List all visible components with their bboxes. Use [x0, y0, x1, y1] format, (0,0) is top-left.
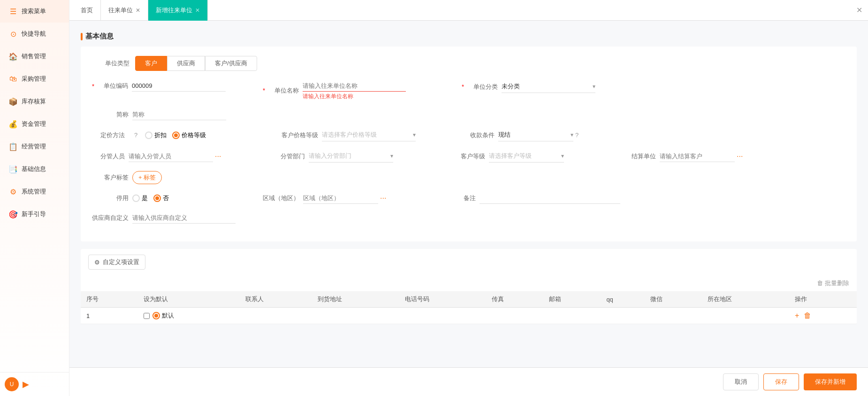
system-icon: ⚙ [8, 187, 18, 196]
settlement-more-icon[interactable]: ··· [737, 152, 743, 161]
tab-bar-close-button[interactable]: ✕ [856, 6, 862, 15]
unit-code-input[interactable] [132, 80, 226, 92]
pricing-radio-group: 折扣 价格等级 [145, 131, 206, 140]
cell-default-radio-outer [152, 312, 160, 319]
sidebar-search-label: 搜索菜单 [22, 7, 46, 16]
tab-new-unit[interactable]: 新增往来单位 ✕ [148, 0, 208, 21]
col-fax: 传真 [486, 291, 543, 308]
sidebar-label-finance: 资金管理 [22, 120, 46, 128]
row-add-icon[interactable]: + [795, 311, 799, 319]
region-more-icon[interactable]: ··· [380, 194, 386, 202]
tab-new-unit-label: 新增往来单位 [156, 6, 192, 15]
form-row-pricing: 定价方法 ? 折扣 价格等级 [92, 129, 845, 141]
unit-category-select[interactable]: 未分类 ▾ [502, 80, 595, 93]
radio-discount-outer [145, 132, 152, 139]
pricing-label: 定价方法 [92, 131, 125, 140]
sidebar-item-inventory[interactable]: 📦 库存核算 [0, 90, 69, 113]
cell-contact [240, 308, 312, 324]
sidebar-label-purchase: 采购管理 [22, 75, 46, 83]
type-btn-both[interactable]: 客户/供应商 [205, 56, 257, 71]
supplier-custom-input[interactable] [132, 212, 236, 224]
expand-icon[interactable]: ▶ [23, 379, 29, 389]
sidebar-item-basic-info[interactable]: 📑 基础信息 [0, 158, 69, 180]
manager-more-icon[interactable]: ··· [215, 152, 221, 161]
unit-name-error-msg: 请输入往来单位名称 [303, 93, 450, 101]
cancel-button[interactable]: 取消 [723, 373, 759, 390]
radio-discount[interactable]: 折扣 [145, 131, 167, 140]
field-group-settlement: 结算单位 ··· [623, 151, 792, 162]
radio-no-outer [153, 194, 161, 202]
manager-input[interactable] [129, 151, 213, 162]
remarks-input[interactable] [480, 193, 620, 204]
save-button[interactable]: 保存 [763, 373, 799, 390]
bottom-bar: 取消 保存 保存并新增 [69, 367, 868, 396]
pricing-help-icon[interactable]: ? [134, 132, 137, 139]
basic-info-icon: 📑 [8, 164, 18, 174]
tab-unit-list-close[interactable]: ✕ [136, 7, 140, 14]
radio-no[interactable]: 否 [153, 194, 169, 202]
cell-default: 默认 [138, 308, 240, 324]
tab-unit-list[interactable]: 往来单位 ✕ [101, 0, 148, 21]
payment-terms-help-icon[interactable]: ? [575, 132, 579, 139]
cell-email [543, 308, 601, 324]
operations-icon: 📋 [8, 142, 18, 151]
col-email: 邮箱 [543, 291, 601, 308]
cust-price-level-select[interactable]: 请选择客户价格等级 ▾ [322, 129, 416, 141]
field-group-disabled: 停用 是 否 [92, 194, 251, 202]
cell-qq [601, 308, 645, 324]
col-default: 设为默认 [138, 291, 240, 308]
row-delete-icon[interactable]: 🗑 [804, 311, 811, 319]
cust-level-select[interactable]: 请选择客户等级 ▾ [489, 150, 564, 163]
radio-yes[interactable]: 是 [132, 194, 148, 202]
section-header: 基本信息 [81, 30, 857, 47]
type-btn-customer[interactable]: 客户 [135, 56, 167, 71]
dept-select[interactable]: 请输入分管部门 ▾ [309, 150, 393, 163]
field-group-unit-name: * 单位名称 请输入往来单位名称 [263, 80, 450, 101]
field-group-remarks: 备注 [443, 193, 678, 204]
form-row-manager: 分管人员 ··· 分管部门 请输入分管部门 ▾ 客户等级 请选择客户等级 ▾ [92, 150, 845, 163]
avatar[interactable]: U [5, 377, 19, 391]
settlement-input[interactable] [660, 151, 735, 162]
field-group-cust-price-level: 客户价格等级 请选择客户价格等级 ▾ [282, 129, 450, 141]
cell-default-checkbox[interactable] [144, 313, 150, 319]
type-btn-supplier[interactable]: 供应商 [167, 56, 205, 71]
cust-price-level-chevron: ▾ [413, 132, 416, 138]
cell-default-label: 默认 [162, 311, 174, 320]
batch-delete-button[interactable]: 🗑 批量删除 [817, 279, 849, 287]
sidebar-item-system[interactable]: ⚙ 系统管理 [0, 180, 69, 203]
tab-new-unit-close[interactable]: ✕ [195, 7, 200, 14]
sidebar-item-guide[interactable]: 🎯 新手引导 [0, 203, 69, 225]
cust-price-level-label: 客户价格等级 [282, 131, 318, 140]
region-input[interactable] [303, 193, 378, 204]
payment-terms-chevron: ▾ [571, 132, 573, 138]
field-group-pricing: 定价方法 ? 折扣 价格等级 [92, 131, 270, 140]
tab-home[interactable]: 首页 [73, 0, 101, 21]
form-row-supplier-custom: 供应商自定义 [92, 212, 845, 224]
cell-default-radio[interactable]: 默认 [152, 311, 174, 320]
dept-chevron: ▾ [390, 153, 393, 159]
radio-no-label: 否 [163, 194, 169, 202]
sidebar-item-operations[interactable]: 📋 经营管理 [0, 135, 69, 158]
custom-settings-button[interactable]: ⚙ 自定义项设置 [88, 255, 145, 270]
unit-name-input[interactable] [303, 80, 406, 92]
manager-label: 分管人员 [92, 152, 125, 161]
sidebar-item-purchase[interactable]: 🛍 采购管理 [0, 68, 69, 90]
radio-price-level[interactable]: 价格等级 [172, 131, 206, 140]
sidebar-search[interactable]: ☰ 搜索菜单 [0, 0, 69, 23]
field-group-region: 区域（地区） ··· [263, 193, 432, 204]
sidebar-item-quick-nav[interactable]: ⊙ 快捷导航 [0, 23, 69, 45]
save-new-button[interactable]: 保存并新增 [804, 373, 857, 390]
sidebar-item-finance[interactable]: 💰 资金管理 [0, 113, 69, 135]
finance-icon: 💰 [8, 119, 18, 129]
abbrev-input[interactable] [132, 109, 226, 120]
delete-icon: 🗑 [817, 280, 823, 287]
contacts-table: 序号 设为默认 联系人 到货地址 电话号码 传真 邮箱 qq 微信 所在地区 操… [81, 291, 857, 324]
payment-terms-select[interactable]: 现结 ▾ [498, 129, 573, 141]
add-tag-button[interactable]: + 标签 [132, 171, 162, 184]
col-address: 到货地址 [312, 291, 399, 308]
form-content: 基本信息 单位类型 客户 供应商 客户/供应商 * 单位编码 * 单位名称 [69, 21, 868, 367]
custom-settings-label: 自定义项设置 [103, 258, 139, 266]
unit-category-chevron: ▾ [593, 83, 595, 90]
supplier-custom-label: 供应商自定义 [92, 214, 129, 222]
sidebar-item-sales[interactable]: 🏠 销售管理 [0, 45, 69, 68]
